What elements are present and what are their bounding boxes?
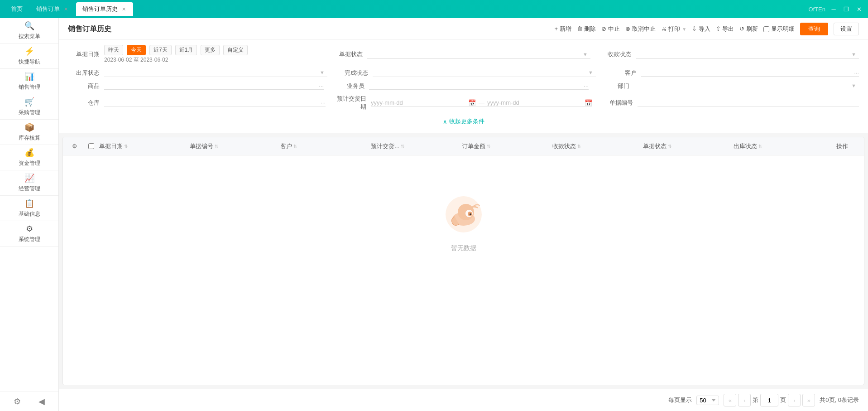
setting-button[interactable]: 设置 (834, 23, 859, 35)
export-btn[interactable]: ⇧ 导出 (716, 25, 734, 33)
date-last7-btn[interactable]: 近7天 (149, 45, 172, 55)
show-detail-check[interactable]: 显示明细 (763, 25, 795, 33)
product-more-icon[interactable]: ··· (319, 82, 324, 89)
page-unit: 页 (780, 396, 786, 404)
date-custom-btn[interactable]: 自定义 (223, 45, 248, 55)
payment-status-select[interactable]: ▼ (636, 50, 859, 59)
sidebar-item-operations[interactable]: 📈 经营管理 (0, 170, 58, 196)
customer-input[interactable] (641, 69, 854, 76)
sidebar-item-sys-mgmt[interactable]: ⚙ 系统管理 (0, 221, 58, 247)
refresh-btn[interactable]: ↺ 刷新 (739, 25, 758, 33)
cancel-stop-btn[interactable]: ⊗ 取消中止 (625, 25, 656, 33)
col-date: 单据日期 ⇅ (99, 142, 190, 150)
delivery-status-select[interactable]: ▼ (104, 68, 327, 77)
import-btn[interactable]: ⇩ 导入 (692, 25, 710, 33)
tab-home[interactable]: 首页 (5, 2, 29, 16)
salesperson-more-icon[interactable]: ··· (584, 82, 589, 89)
sidebar-item-sales-mgmt[interactable]: 📊 销售管理 (0, 69, 58, 94)
stop-btn[interactable]: ⊘ 中止 (601, 25, 620, 33)
bill-status-select[interactable]: ▼ (367, 50, 590, 59)
finance-icon: 💰 (24, 148, 34, 158)
completion-dropdown-icon: ▼ (588, 70, 593, 75)
date-more-btn[interactable]: 更多 (201, 45, 220, 55)
filter-row-1: 单据日期 昨天 今天 近7天 近1月 更多 自定义 2023-06-02 至 2… (68, 45, 859, 64)
sidebar-bottom: ⚙ ◀ (0, 392, 58, 411)
per-page-select[interactable]: 50 10 20 100 (696, 396, 719, 405)
inventory-icon: 📦 (24, 122, 34, 132)
bill-number-input[interactable] (638, 99, 859, 106)
close-btn[interactable]: ✕ (854, 5, 863, 14)
sidebar-item-quick-nav[interactable]: ⚡ 快捷导航 (0, 44, 58, 69)
sidebar-item-basic-info[interactable]: 📋 基础信息 (0, 196, 58, 221)
sidebar-item-finance[interactable]: 💰 资金管理 (0, 145, 58, 170)
sort-payment-status-icon[interactable]: ⇅ (577, 144, 581, 149)
page-number-input[interactable] (760, 394, 778, 406)
sidebar-item-purchase-mgmt[interactable]: 🛒 采购管理 (0, 94, 58, 120)
bill-number-label: 单据编号 (601, 99, 638, 107)
show-detail-checkbox[interactable] (763, 26, 769, 32)
minimize-btn[interactable]: ─ (829, 5, 838, 14)
operations-icon: 📈 (24, 173, 34, 183)
tab-sales-order[interactable]: 销售订单 ✕ (30, 2, 75, 16)
select-all-checkbox[interactable] (88, 143, 94, 149)
col-expected-date: 预计交货... ⇅ (371, 142, 461, 150)
date-label: 单据日期 (68, 50, 104, 58)
expected-date-label: 预计交货日期 (335, 95, 371, 111)
collapse-sidebar-icon[interactable]: ◀ (38, 396, 45, 406)
salesperson-field: ··· (369, 82, 589, 90)
print-dropdown-icon[interactable]: ▼ (682, 27, 686, 32)
content-area: 销售订单历史 + 新增 🗑 删除 ⊘ 中止 ⊗ 取消中止 🖨 打印 ▼ ⇩ 导入… (59, 18, 868, 411)
tab-sales-order-history-close[interactable]: ✕ (120, 6, 127, 12)
col-number: 单据编号 ⇅ (190, 142, 280, 150)
expected-date-end[interactable] (487, 99, 582, 106)
sort-expected-date-icon[interactable]: ⇅ (401, 144, 404, 149)
product-input[interactable] (104, 82, 319, 89)
warehouse-more-icon[interactable]: ··· (321, 99, 326, 106)
department-label: 部门 (598, 82, 634, 90)
new-btn[interactable]: + 新增 (555, 25, 571, 33)
completion-status-select[interactable]: ▼ (373, 68, 596, 77)
select-all-checkbox-cell[interactable] (83, 143, 99, 149)
bill-status-label: 单据状态 (331, 50, 367, 58)
total-records: 共0页, 0条记录 (820, 396, 859, 404)
salesperson-input[interactable] (369, 82, 584, 89)
first-page-btn[interactable]: « (724, 394, 736, 406)
department-select[interactable]: ▼ (634, 82, 859, 90)
svg-point-5 (470, 213, 471, 215)
sidebar-item-inventory[interactable]: 📦 库存核算 (0, 120, 58, 145)
col-delivery-status: 出库状态 ⇅ (734, 142, 824, 150)
collapse-more-btn[interactable]: ∧ 收起更多条件 (68, 116, 859, 127)
table-header: ⚙ 单据日期 ⇅ 单据编号 ⇅ 客户 ⇅ 预计交货... (63, 137, 864, 155)
brand-text: OfTEn (808, 6, 825, 13)
date-yesterday-btn[interactable]: 昨天 (104, 45, 123, 55)
print-btn[interactable]: 🖨 打印 ▼ (661, 25, 687, 33)
expected-date-start[interactable] (371, 99, 465, 106)
sidebar-item-search-menu[interactable]: 🔍 搜索菜单 (0, 18, 58, 44)
last-page-btn[interactable]: » (802, 394, 815, 406)
tab-sales-order-history[interactable]: 销售订单历史 ✕ (76, 2, 133, 16)
date-last1m-btn[interactable]: 近1月 (175, 45, 197, 55)
main-layout: 🔍 搜索菜单 ⚡ 快捷导航 📊 销售管理 🛒 采购管理 📦 库存核算 💰 资金管… (0, 18, 868, 411)
sort-amount-icon[interactable]: ⇅ (487, 144, 490, 149)
calendar-end-icon[interactable]: 📅 (585, 99, 592, 106)
sort-customer-icon[interactable]: ⇅ (293, 144, 297, 149)
expected-date-field: 📅 — 📅 (371, 99, 592, 107)
date-today-btn[interactable]: 今天 (127, 45, 146, 55)
column-settings-btn[interactable]: ⚙ (67, 143, 83, 150)
sort-bill-status-icon[interactable]: ⇅ (668, 144, 671, 149)
warehouse-input[interactable] (104, 99, 321, 106)
customer-more-icon[interactable]: ··· (854, 69, 859, 76)
query-button[interactable]: 查询 (800, 23, 828, 35)
restore-btn[interactable]: ❐ (842, 5, 851, 14)
sort-delivery-status-icon[interactable]: ⇅ (758, 144, 762, 149)
prev-page-btn[interactable]: ‹ (738, 394, 751, 406)
next-page-btn[interactable]: › (788, 394, 801, 406)
delete-btn[interactable]: 🗑 删除 (577, 25, 596, 33)
customer-label: 客户 (605, 69, 641, 77)
sort-date-icon[interactable]: ⇅ (124, 144, 128, 149)
table-footer: 每页显示 50 10 20 100 « ‹ 第 页 › » 共0页, 0条记录 (59, 389, 868, 411)
sort-number-icon[interactable]: ⇅ (215, 144, 218, 149)
calendar-start-icon[interactable]: 📅 (468, 99, 476, 106)
tab-sales-order-close[interactable]: ✕ (62, 6, 69, 12)
settings-bottom-icon[interactable]: ⚙ (14, 396, 21, 406)
